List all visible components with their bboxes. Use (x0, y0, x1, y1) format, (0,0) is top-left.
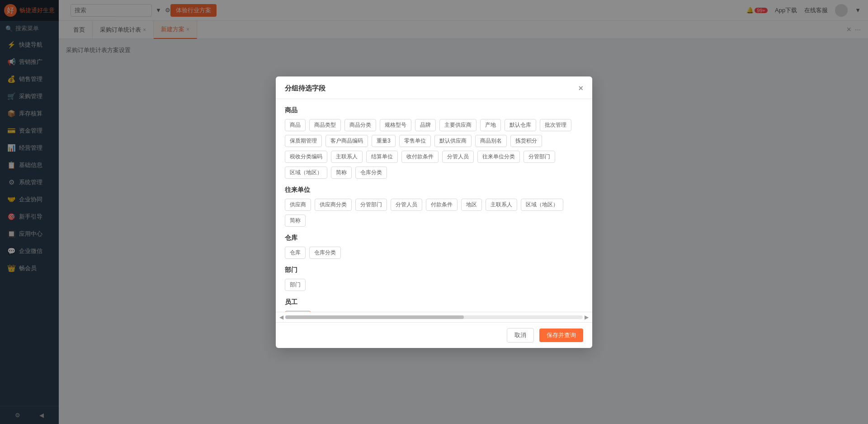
confirm-button[interactable]: 保存并查询 (539, 329, 583, 342)
field-tag-partner-dept[interactable]: 分管部门 (355, 199, 387, 211)
section-title-goods: 商品 (285, 106, 583, 114)
field-tag-goods-brand[interactable]: 品牌 (415, 119, 436, 131)
field-tag-dept-dept[interactable]: 部门 (285, 279, 306, 291)
field-tag-partner-region[interactable]: 地区 (461, 199, 482, 211)
section-title-department: 部门 (285, 266, 583, 274)
field-tag-goods-default-supplier[interactable]: 默认供应商 (434, 135, 472, 147)
field-tag-goods-weight[interactable]: 重量3 (372, 135, 396, 147)
field-tag-goods-retail-unit[interactable]: 零售单位 (399, 135, 431, 147)
field-group-department: 部门 (285, 279, 583, 291)
dialog-title: 分组待选字段 (285, 84, 326, 93)
hscroll-thumb (285, 315, 464, 319)
field-tag-goods-dept[interactable]: 分管部门 (524, 151, 555, 163)
dialog-footer: 取消 保存并查询 (276, 322, 592, 348)
section-title-warehouse: 仓库 (285, 234, 583, 242)
field-tag-goods-payment-term[interactable]: 收付款条件 (401, 151, 439, 163)
field-group-partner: 供应商 供应商分类 分管部门 分管人员 付款条件 地区 主联系人 区域（地区） … (285, 199, 583, 227)
field-tag-goods-settle-unit[interactable]: 结算单位 (366, 151, 398, 163)
hscroll-left-arrow[interactable]: ◀ (279, 314, 283, 320)
field-tag-goods-expiry[interactable]: 保质期管理 (285, 135, 322, 147)
cancel-button[interactable]: 取消 (507, 328, 534, 343)
field-tag-goods-short-name[interactable]: 简称 (331, 167, 352, 179)
dialog-header: 分组待选字段 × (276, 76, 592, 99)
field-tag-partner-payment[interactable]: 付款条件 (426, 199, 458, 211)
field-tag-goods-item[interactable]: 商品 (285, 119, 306, 131)
field-tag-goods-alias[interactable]: 商品别名 (475, 135, 507, 147)
field-tag-goods-type[interactable]: 商品类型 (309, 119, 341, 131)
dialog-horizontal-scrollbar[interactable]: ◀ ▶ (276, 312, 592, 322)
hscroll-right-arrow[interactable]: ▶ (585, 314, 589, 320)
field-tag-goods-default-wh[interactable]: 默认仓库 (505, 119, 536, 131)
field-tag-goods-tax-code[interactable]: 税收分类编码 (285, 151, 327, 163)
field-tag-goods-category[interactable]: 商品分类 (344, 119, 376, 131)
field-tag-goods-region[interactable]: 区域（地区） (285, 167, 327, 179)
field-tag-goods-main-supplier[interactable]: 主要供应商 (439, 119, 476, 131)
field-tag-goods-origin[interactable]: 产地 (480, 119, 501, 131)
hscroll-track[interactable] (285, 315, 583, 319)
field-tag-goods-pick-score[interactable]: 拣货积分 (510, 135, 542, 147)
field-select-dialog: 分组待选字段 × 商品 商品 商品类型 商品分类 规格型号 品牌 主要供应商 产… (276, 76, 592, 348)
field-tag-goods-batch[interactable]: 批次管理 (540, 119, 571, 131)
field-tag-goods-wh-category[interactable]: 仓库分类 (355, 167, 387, 179)
field-tag-goods-partner-type[interactable]: 往来单位分类 (477, 151, 520, 163)
field-tag-partner-short[interactable]: 简称 (285, 214, 306, 227)
field-tag-partner-manager[interactable]: 分管人员 (391, 199, 422, 211)
dialog-close-button[interactable]: × (578, 84, 583, 93)
field-tag-goods-manager[interactable]: 分管人员 (442, 151, 474, 163)
field-group-goods: 商品 商品类型 商品分类 规格型号 品牌 主要供应商 产地 默认仓库 批次管理 … (285, 119, 583, 179)
field-tag-goods-spec[interactable]: 规格型号 (380, 119, 411, 131)
field-tag-wh-warehouse[interactable]: 仓库 (285, 247, 306, 259)
field-tag-partner-contact[interactable]: 主联系人 (486, 199, 517, 211)
field-tag-goods-customer-code[interactable]: 客户商品编码 (326, 135, 368, 147)
field-tag-partner-supplier-cat[interactable]: 供应商分类 (315, 199, 352, 211)
section-title-staff: 员工 (285, 298, 583, 306)
field-tag-goods-main-contact[interactable]: 主联系人 (331, 151, 363, 163)
dialog-body: 商品 商品 商品类型 商品分类 规格型号 品牌 主要供应商 产地 默认仓库 批次… (276, 99, 592, 312)
field-tag-partner-supplier[interactable]: 供应商 (285, 199, 311, 211)
field-tag-partner-area[interactable]: 区域（地区） (521, 199, 563, 211)
field-group-warehouse: 仓库 仓库分类 (285, 247, 583, 259)
section-title-partner: 往来单位 (285, 186, 583, 194)
field-tag-wh-category[interactable]: 仓库分类 (309, 247, 341, 259)
